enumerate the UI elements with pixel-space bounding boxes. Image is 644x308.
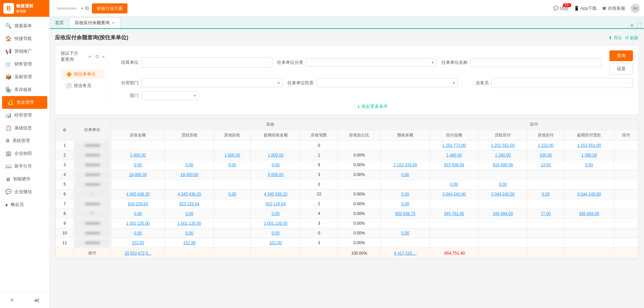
filter-scheme-icon[interactable]: ⊙	[95, 54, 99, 59]
cell-ap_amount[interactable]	[430, 199, 478, 209]
cell-ap_loan[interactable]	[478, 238, 527, 248]
cell-ap_overdue[interactable]: 0.00	[564, 160, 614, 170]
sidebar-settings-btn[interactable]: ⚙	[8, 296, 16, 305]
online-service-btn[interactable]: ☎ 在线客服	[602, 5, 625, 11]
dept-select[interactable]: ▾	[141, 79, 283, 87]
cell-ap_other[interactable]: 1,222.00	[527, 141, 564, 150]
sidebar-item-finance[interactable]: 💰 资金管理	[2, 96, 47, 109]
cell-ar_other[interactable]	[214, 199, 251, 209]
cell-prepay[interactable]: 0.00	[381, 189, 430, 199]
sidebar-item-wechat[interactable]: 💬 企业微信	[0, 185, 49, 198]
cell-ar_loan[interactable]: 4,345,436.20	[165, 189, 214, 199]
cell-ar_amount[interactable]: 1,001,135.00	[111, 219, 165, 228]
salesperson-input[interactable]	[494, 81, 626, 86]
cell-ar_other[interactable]	[214, 219, 251, 228]
filter-collapse-link[interactable]: ∧ 收起更多条件	[357, 103, 388, 109]
cell-prepay[interactable]: 2,153,333.00	[381, 160, 430, 170]
cell-ap_loan[interactable]	[478, 228, 527, 238]
cell-ar_overdue[interactable]: 1,000.00	[251, 150, 301, 160]
cell-ar_loan[interactable]: 0.00	[165, 209, 214, 219]
window-close-btn[interactable]: ✕	[630, 23, 634, 28]
filter-nav-collapse-icon[interactable]: «	[102, 54, 105, 59]
cell-ar_amount[interactable]: 152.00	[111, 238, 165, 248]
tab-home[interactable]: 首页	[50, 17, 69, 28]
cell-ar_other[interactable]	[214, 238, 251, 248]
cell-ar_loan[interactable]: 0.00	[165, 228, 214, 238]
sidebar-item-system[interactable]: ⚙ 系统管理	[0, 134, 49, 147]
footer-ar-amount[interactable]: 19,553,472,6...	[111, 248, 165, 259]
set-button[interactable]: 设置	[609, 63, 633, 75]
cell-ar_overdue[interactable]: 1,001,135.00	[251, 219, 301, 228]
cell-ap_overdue[interactable]	[564, 170, 614, 180]
cell-ap_other[interactable]: 13.00	[527, 160, 564, 170]
cell-ap_overdue[interactable]: 1,390.00	[564, 150, 614, 160]
sidebar-item-quick-nav[interactable]: 🏠 快捷导航	[0, 32, 49, 45]
cell-prepay[interactable]: 655,636.75	[381, 209, 430, 219]
sidebar-item-sales[interactable]: 🛒 销售管理	[0, 58, 49, 71]
cell-ap_amount[interactable]	[430, 219, 478, 228]
cell-ap_overdue[interactable]: 345,684.00	[564, 209, 614, 219]
cell-prepay[interactable]	[381, 219, 430, 228]
window-expand-btn[interactable]: ⛶	[637, 23, 641, 28]
cell-ap_other[interactable]	[527, 199, 564, 209]
cell-ar_loan[interactable]	[165, 150, 214, 160]
cell-ar_amount[interactable]: 4,345,436.20	[111, 189, 165, 199]
cell-ap_overdue[interactable]	[564, 180, 614, 189]
cell-ap_overdue[interactable]: 1,251,551.00	[564, 141, 614, 150]
cell-prepay[interactable]: 0.00	[381, 199, 430, 209]
cell-ar_overdue[interactable]: 4,345,436.20	[251, 189, 301, 199]
settlement-input[interactable]	[144, 60, 265, 65]
cell-ar_other[interactable]: 0.00	[214, 189, 251, 199]
cell-ap_other[interactable]	[527, 170, 564, 180]
user-avatar[interactable]: Rit	[631, 4, 640, 13]
cell-ap_other[interactable]	[527, 180, 564, 189]
cell-ar_other[interactable]	[214, 180, 251, 189]
cell-ar_loan[interactable]: 1,001,135.00	[165, 219, 214, 228]
cell-ap_loan[interactable]: 0.00	[478, 180, 527, 189]
cell-ap_overdue[interactable]: 3,044,240.00	[564, 189, 614, 199]
cell-ap_amount[interactable]	[430, 170, 478, 180]
cell-ar_other[interactable]	[214, 209, 251, 219]
app-download-btn[interactable]: 📱 App下载	[574, 5, 597, 11]
sidebar-item-purchase[interactable]: 📦 采购管理	[0, 71, 49, 83]
promo-button[interactable]: 体验行业方案	[92, 3, 127, 13]
cell-ar_overdue[interactable]: 101.00	[251, 238, 301, 248]
cell-ar_loan[interactable]: 152.00	[165, 238, 214, 248]
cell-ar_loan[interactable]: 18,000.00	[165, 170, 214, 180]
cell-prepay[interactable]	[381, 141, 430, 150]
cell-ap_other[interactable]: 0.00	[527, 189, 564, 199]
sidebar-item-management[interactable]: 📊 经营管理	[0, 109, 49, 122]
cell-ap_amount[interactable]: 1,252,773.00	[430, 141, 478, 150]
salesperson-input-wrap[interactable]: ···	[491, 78, 633, 88]
table-settings-header[interactable]: ⚙	[56, 119, 74, 141]
salesperson-dots-icon[interactable]: ···	[626, 80, 630, 86]
cell-ap_loan[interactable]	[478, 170, 527, 180]
cell-ap_amount[interactable]: 345,761.00	[430, 209, 478, 219]
sidebar-item-search-menu[interactable]: 🔍 搜索菜单	[0, 19, 49, 32]
cell-ar_amount[interactable]: 810,126.64	[111, 199, 165, 209]
sub-nav-by-employee[interactable]: 🕐 按业务员	[61, 81, 105, 91]
cell-prepay[interactable]: 0.00	[381, 228, 430, 238]
department-select[interactable]: ▾	[141, 91, 199, 100]
cell-ap_amount[interactable]	[430, 228, 478, 238]
cell-ap_amount[interactable]: 0.00	[430, 180, 478, 189]
cell-ap_loan[interactable]: 1,390.00	[478, 150, 527, 160]
cell-ar_other[interactable]: 0.00	[214, 160, 251, 170]
cell-ap_other[interactable]: 100.00	[527, 150, 564, 160]
cell-ar_other[interactable]	[214, 141, 251, 150]
cell-ap_amount[interactable]: 915,508.56	[430, 160, 478, 170]
sidebar-item-hardware[interactable]: 🖥 智能硬件	[0, 173, 49, 185]
cell-ap_loan[interactable]: 345,684.00	[478, 209, 527, 219]
query-button[interactable]: 查询	[609, 50, 633, 61]
cell-ap_other[interactable]	[527, 219, 564, 228]
cell-ar_loan[interactable]: 0.00	[165, 160, 214, 170]
cell-ap_other[interactable]: 77.00	[527, 209, 564, 219]
cell-ap_amount[interactable]: 3,044,240.00	[430, 189, 478, 199]
cell-ap_overdue[interactable]	[564, 228, 614, 238]
messages-btn-wrap[interactable]: 💬 消息 99+	[553, 5, 569, 11]
settlement-input-wrap[interactable]: ···	[141, 57, 272, 68]
tab-close-icon[interactable]: ✕	[112, 21, 115, 25]
cell-ar_overdue[interactable]: 810,126.64	[251, 199, 301, 209]
cell-ar_other[interactable]	[214, 170, 251, 180]
cell-ap_loan[interactable]: 915,495.56	[478, 160, 527, 170]
